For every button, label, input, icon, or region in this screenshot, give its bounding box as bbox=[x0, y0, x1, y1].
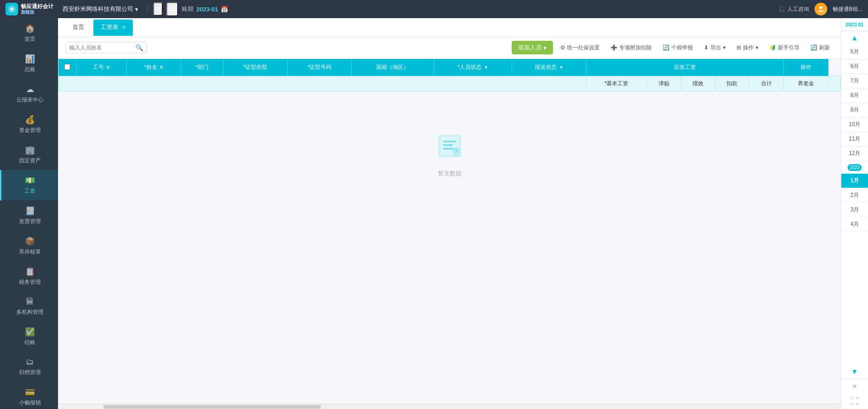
social-security-label: 统一社保设置 bbox=[567, 44, 600, 52]
sidebar-label-inventory: 库存核算 bbox=[19, 248, 41, 256]
sidebar-item-archive[interactable]: 🗂 归档管理 bbox=[0, 352, 58, 382]
add-company-button[interactable]: + bbox=[153, 2, 163, 16]
month-item-05[interactable]: 5月 bbox=[841, 45, 868, 59]
h-scroll-bar[interactable] bbox=[58, 404, 841, 409]
col-total: 合计 bbox=[749, 76, 783, 92]
month-label-04: 4月 bbox=[850, 221, 859, 227]
sidebar-item-invoice[interactable]: 🧾 发票管理 bbox=[0, 200, 58, 231]
empty-state: ? 暂无数据 bbox=[58, 92, 841, 214]
month-label-06: 6月 bbox=[850, 63, 859, 69]
special-icon: ➕ bbox=[611, 44, 617, 51]
col-department: *部门 bbox=[181, 59, 223, 76]
new-guide-button[interactable]: 🔰 新手引导 bbox=[766, 42, 803, 54]
expense-icon: 💳 bbox=[25, 387, 35, 397]
tab-home[interactable]: 首页 bbox=[65, 19, 92, 36]
sidebar-item-tax[interactable]: 📋 税务管理 bbox=[0, 261, 58, 292]
refresh-icon: 🔄 bbox=[810, 44, 817, 51]
sidebar-label-fund: 资金管理 bbox=[19, 127, 41, 134]
sidebar-item-ledger[interactable]: 📊 总账 bbox=[0, 49, 58, 79]
month-item-06[interactable]: 6月 bbox=[841, 59, 868, 74]
payroll-icon: 💵 bbox=[25, 175, 35, 185]
h-scroll-thumb[interactable] bbox=[103, 405, 321, 409]
calendar-icon[interactable]: 📅 bbox=[221, 6, 228, 13]
svg-point-1 bbox=[820, 6, 822, 9]
svg-text:?: ? bbox=[455, 148, 458, 155]
social-security-button[interactable]: ⚙ 统一社保设置 bbox=[557, 42, 603, 54]
sidebar-item-expense[interactable]: 💳 小畅报销 bbox=[0, 382, 58, 409]
month-item-12[interactable]: 12月 bbox=[841, 146, 868, 161]
sidebar-item-close-accounts[interactable]: ✅ 结账 bbox=[0, 321, 58, 352]
month-item-11[interactable]: 11月 bbox=[841, 132, 868, 146]
month-label-08: 8月 bbox=[850, 92, 859, 98]
sidebar-item-payroll[interactable]: 💵 工资 bbox=[0, 170, 58, 200]
personal-tax-button[interactable]: 🔄 个税申报 bbox=[659, 42, 697, 54]
col-region: 国籍（地区） bbox=[352, 59, 434, 76]
date-nav-up-button[interactable]: ▲ bbox=[841, 31, 868, 45]
year-badge-2023: 2023 bbox=[848, 164, 861, 171]
month-item-04[interactable]: 4月 bbox=[841, 217, 868, 232]
sidebar-label-expense: 小畅报销 bbox=[19, 399, 41, 407]
period-value: 2023-01 bbox=[196, 6, 218, 13]
period-label: 账期 bbox=[182, 5, 194, 13]
right-panel-header: 2023.01 bbox=[841, 18, 868, 31]
operations-button[interactable]: ⊞ 操作 ▾ bbox=[733, 42, 762, 54]
month-label-05: 5月 bbox=[850, 49, 859, 55]
sort-icon-number: ⇅ bbox=[106, 65, 110, 70]
month-item-02[interactable]: 2月 bbox=[841, 188, 868, 203]
current-period-label: 2023.01 bbox=[846, 22, 864, 27]
month-label-01: 1月 bbox=[850, 177, 859, 184]
select-all-checkbox[interactable] bbox=[64, 64, 70, 70]
col-name: *姓名 ⇅ bbox=[126, 59, 181, 76]
filter-icon-report[interactable]: ▼ bbox=[559, 65, 563, 70]
sidebar-label-payroll: 工资 bbox=[24, 187, 35, 195]
search-icon[interactable]: 🔍 bbox=[136, 44, 143, 51]
tab-close-icon[interactable]: × bbox=[122, 24, 126, 31]
sidebar-label-assets: 固定资产 bbox=[19, 157, 41, 165]
add-person-button[interactable]: 添加人员 ▾ bbox=[512, 41, 553, 54]
month-item-09[interactable]: 9月 bbox=[841, 103, 868, 117]
month-item-10[interactable]: 10月 bbox=[841, 117, 868, 132]
settings-icon[interactable]: ⚙ bbox=[166, 2, 178, 16]
export-button[interactable]: ⬇ 导出 ▾ bbox=[700, 42, 729, 54]
col-old-age: 养老金 bbox=[783, 76, 829, 92]
account-period: 账期 2023-01 📅 bbox=[182, 5, 228, 13]
col-basic-salary: *基本工资 bbox=[586, 76, 647, 92]
col-salary-group: 应发工资 bbox=[586, 59, 783, 76]
date-nav-down-button[interactable]: ▼ bbox=[841, 365, 868, 379]
sidebar-label-tax: 税务管理 bbox=[19, 278, 41, 286]
app-logo-icon bbox=[5, 3, 18, 15]
sub-header-spacer bbox=[58, 76, 587, 92]
search-input[interactable] bbox=[69, 44, 133, 51]
empty-text: 暂无数据 bbox=[438, 170, 461, 178]
refresh-button[interactable]: 🔄 刷新 bbox=[807, 42, 834, 54]
right-panel: 2023.01 ▲ 5月 6月 7月 8月 9月 10月 11月 bbox=[841, 18, 868, 409]
sidebar-item-multi-org[interactable]: 🏛 多机构管理 bbox=[0, 292, 58, 321]
month-item-08[interactable]: 8月 bbox=[841, 88, 868, 103]
sidebar-item-inventory[interactable]: 📦 库存核算 bbox=[0, 231, 58, 261]
sidebar-item-cloud-report[interactable]: ☁ 云报表中心 bbox=[0, 79, 58, 109]
col-performance: 绩效 bbox=[681, 76, 715, 92]
company-selector[interactable]: 西安虾米网络科技有限公司 ▾ bbox=[59, 4, 142, 14]
app-logo-text: 畅应通好会计 旗舰版 bbox=[21, 3, 53, 15]
month-item-03[interactable]: 3月 bbox=[841, 203, 868, 217]
content-area: 首页 工资表 × 🔍 添加人员 ▾ ⚙ 统一社保设置 bbox=[58, 18, 841, 409]
sidebar-item-assets[interactable]: 🏢 固定资产 bbox=[0, 140, 58, 170]
human-service-button[interactable]: 🎧 人工咨询 bbox=[779, 5, 809, 13]
sidebar-item-home[interactable]: 🏠 首页 bbox=[0, 18, 58, 49]
filter-icon-status[interactable]: ▼ bbox=[484, 65, 489, 70]
org-icon: 🏛 bbox=[26, 297, 34, 307]
operations-label: 操作 bbox=[743, 44, 754, 52]
month-label-11: 11月 bbox=[849, 136, 860, 142]
month-item-07[interactable]: 7月 bbox=[841, 74, 868, 88]
expand-panel-button[interactable]: ⛶ bbox=[841, 394, 868, 409]
special-deduction-button[interactable]: ➕ 专项附加扣除 bbox=[607, 42, 655, 54]
personal-tax-label: 个税申报 bbox=[671, 44, 693, 52]
cloud-icon: ☁ bbox=[26, 84, 34, 94]
close-panel-button[interactable]: × bbox=[841, 379, 868, 394]
tab-payroll[interactable]: 工资表 × bbox=[93, 19, 133, 36]
empty-illustration: ? bbox=[432, 128, 468, 164]
table-header-row: 工号 ⇅ *姓名 ⇅ *部门 *证型类型 *证型号码 国籍（地区） *人员状态 … bbox=[58, 59, 841, 76]
month-label-07: 7月 bbox=[850, 78, 859, 84]
sidebar-item-fund[interactable]: 💰 资金管理 bbox=[0, 109, 58, 140]
month-item-01[interactable]: 1月 bbox=[841, 174, 868, 188]
